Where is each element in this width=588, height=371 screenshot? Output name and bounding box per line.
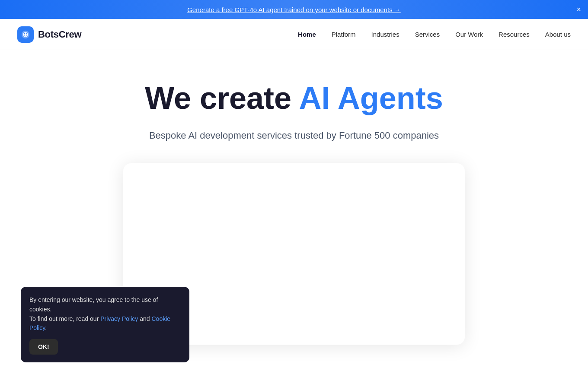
nav-item-resources[interactable]: Resources — [499, 29, 530, 40]
cookie-banner: By entering our website, you agree to th… — [21, 287, 189, 362]
nav-item-platform[interactable]: Platform — [332, 29, 356, 40]
cookie-text: By entering our website, you agree to th… — [29, 295, 181, 333]
svg-point-2 — [24, 33, 25, 34]
logo-text: BotsCrew — [38, 29, 81, 40]
hero-title-part1: We create — [145, 81, 299, 115]
top-banner: Generate a free GPT-4o AI agent trained … — [0, 0, 588, 19]
nav-item-our-work[interactable]: Our Work — [455, 29, 483, 40]
cookie-ok-button[interactable]: OK! — [29, 339, 58, 355]
logo-svg — [21, 30, 30, 39]
cookie-and: and — [138, 315, 151, 322]
nav-item-services[interactable]: Services — [415, 29, 440, 40]
logo[interactable]: BotsCrew — [17, 26, 81, 43]
hero-subtitle: Bespoke AI development services trusted … — [147, 128, 441, 143]
main-nav: Home Platform Industries Services Our Wo… — [298, 29, 571, 40]
banner-link[interactable]: Generate a free GPT-4o AI agent trained … — [187, 6, 401, 13]
cookie-text-part1: By entering our website, you agree to th… — [29, 296, 158, 313]
privacy-policy-link[interactable]: Privacy Policy — [100, 315, 138, 322]
hero-title-blue: AI Agents — [299, 81, 443, 115]
cookie-dot: . — [45, 324, 47, 331]
banner-close-button[interactable]: × — [576, 6, 581, 13]
logo-icon — [17, 26, 34, 43]
hero-title: We create AI Agents — [17, 80, 571, 116]
nav-item-industries[interactable]: Industries — [371, 29, 399, 40]
nav-item-about-us[interactable]: About us — [545, 29, 571, 40]
nav-item-home[interactable]: Home — [298, 29, 316, 40]
svg-point-3 — [26, 33, 27, 34]
cookie-text-part2: To find out more, read our — [29, 315, 100, 322]
header: BotsCrew Home Platform Industries Servic… — [0, 19, 588, 50]
